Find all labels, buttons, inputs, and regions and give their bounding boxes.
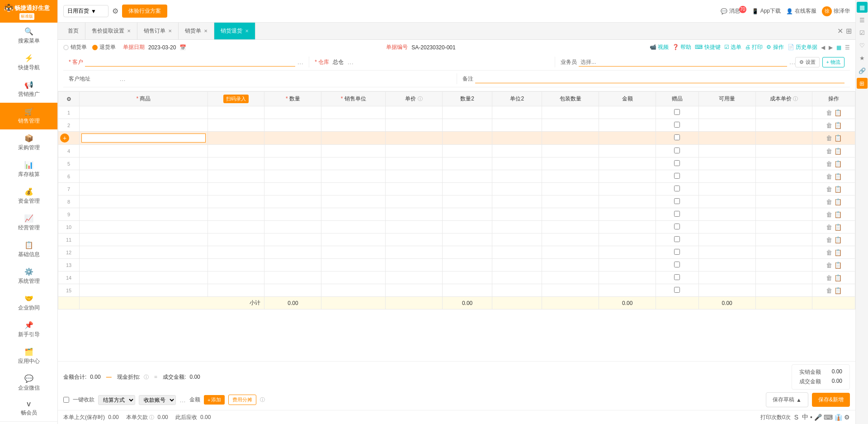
tab-sales-order-close[interactable]: ✕ — [168, 29, 172, 33]
copy-row-13[interactable]: 📋 — [834, 262, 842, 269]
delete-row-4[interactable]: 🗑 — [826, 148, 832, 155]
tab-sales-delivery-close[interactable]: ✕ — [204, 29, 208, 33]
settlement-select[interactable]: 结算方式 — [98, 395, 135, 405]
copy-row-9[interactable]: 📋 — [834, 211, 842, 218]
sidebar-item-vip[interactable]: V 畅会员 — [0, 396, 57, 421]
sidebar-item-sales[interactable]: 🛒 销售管理 — [0, 103, 57, 129]
tab-sales-return[interactable]: 销货退货 ✕ — [214, 23, 255, 39]
right-panel-icon-1[interactable]: ▦ — [857, 2, 868, 13]
copy-row-2[interactable]: 📋 — [834, 122, 842, 129]
customer-more-icon[interactable]: … — [297, 58, 303, 66]
qty2-cell-2[interactable] — [442, 119, 492, 132]
save-new-button[interactable]: 保存&新增 — [812, 393, 850, 407]
sidebar-item-marketing[interactable]: 📢 营销推广 — [0, 76, 57, 103]
qty-cell-2[interactable] — [264, 119, 321, 132]
list-view-icon[interactable]: ☰ — [845, 44, 850, 51]
unit2-cell-1[interactable] — [492, 106, 542, 119]
delete-row-2[interactable]: 🗑 — [826, 122, 832, 129]
price-info-icon[interactable]: ⓘ — [418, 96, 423, 101]
amount-cell-add[interactable] — [599, 132, 656, 145]
status-icon-1[interactable]: 中 — [802, 413, 808, 421]
address-more-icon[interactable]: … — [119, 75, 126, 82]
category-select[interactable]: 日用百货 ▼ — [63, 5, 108, 17]
sidebar-item-operation[interactable]: 📈 经营管理 — [0, 210, 57, 236]
copy-row-add[interactable]: 📋 — [834, 134, 842, 142]
copy-row-1[interactable]: 📋 — [834, 109, 842, 116]
print-btn[interactable]: 🖨 打印 — [745, 43, 763, 51]
sidebar-item-guide[interactable]: 📌 新手引导 — [0, 316, 57, 343]
available-cell-add[interactable] — [698, 132, 755, 145]
remark-input[interactable] — [475, 75, 845, 83]
grid-view-icon[interactable]: ▦ — [836, 44, 841, 51]
sidebar-item-finance[interactable]: 💰 资金管理 — [0, 183, 57, 210]
right-panel-icon-5[interactable]: ★ — [857, 52, 868, 63]
right-panel-icon-7[interactable]: ⊞ — [857, 78, 868, 89]
qty2-cell-1[interactable] — [442, 106, 492, 119]
warehouse-more-icon[interactable]: … — [347, 58, 354, 66]
product-input-add[interactable] — [81, 133, 205, 143]
delete-row-13[interactable]: 🗑 — [826, 262, 832, 269]
sidebar-item-enterprise[interactable]: 🤝 企业协同 — [0, 290, 57, 316]
online-service-group[interactable]: 👤 在线客服 — [786, 7, 816, 15]
delete-row-12[interactable]: 🗑 — [826, 249, 832, 256]
unit2-cell-2[interactable] — [492, 119, 542, 132]
price-cell-2[interactable] — [386, 119, 443, 132]
copy-row-14[interactable]: 📋 — [834, 274, 842, 281]
gift-cell-2[interactable] — [656, 119, 698, 132]
tab-close-all-icon[interactable]: ✕ — [837, 27, 843, 35]
unit2-cell-add[interactable] — [492, 132, 542, 145]
sidebar-item-wechat[interactable]: 💬 企业微信 — [0, 370, 57, 396]
tab-price-settings-close[interactable]: ✕ — [127, 29, 131, 33]
status-icon-5[interactable]: 👔 — [835, 414, 842, 421]
copy-row-6[interactable]: 📋 — [834, 173, 842, 180]
calendar-icon[interactable]: 📅 — [179, 44, 186, 51]
pack-qty-cell-1[interactable] — [542, 106, 599, 119]
pack-qty-cell-2[interactable] — [542, 119, 599, 132]
copy-row-8[interactable]: 📋 — [834, 198, 842, 205]
salesperson-input[interactable] — [579, 58, 787, 67]
message-group[interactable]: 💬 消息 70 — [721, 7, 746, 15]
available-cell-2[interactable] — [698, 119, 755, 132]
unit-cell-1[interactable] — [321, 106, 386, 119]
sidebar-item-system[interactable]: ⚙️ 系统管理 — [0, 263, 57, 290]
unit-cell-2[interactable] — [321, 119, 386, 132]
right-panel-icon-2[interactable]: ☰ — [857, 14, 868, 25]
single-overdue-icon[interactable]: ⓘ — [149, 414, 154, 420]
user-group[interactable]: 徐 徐泽华 — [822, 6, 850, 16]
history-btn[interactable]: 📄 历史单据 — [788, 43, 817, 51]
status-icon-2[interactable]: • — [810, 414, 812, 421]
available-cell-1[interactable] — [698, 106, 755, 119]
delete-row-5[interactable]: 🗑 — [826, 160, 832, 167]
price-cell-1[interactable] — [386, 106, 443, 119]
radio-sales-delivery[interactable]: 销货单 — [63, 43, 87, 51]
product-cell-add[interactable] — [80, 132, 208, 145]
tab-layout-icon[interactable]: ⊞ — [846, 27, 852, 35]
copy-row-10[interactable]: 📋 — [834, 224, 842, 231]
right-panel-icon-4[interactable]: ♡ — [857, 40, 868, 51]
pack-qty-cell-add[interactable] — [542, 132, 599, 145]
gift-cell-1[interactable] — [656, 106, 698, 119]
copy-row-7[interactable]: 📋 — [834, 186, 842, 193]
tab-sales-order[interactable]: 销售订单 ✕ — [137, 23, 179, 39]
right-panel-icon-3[interactable]: ☑ — [857, 27, 868, 38]
delete-row-15[interactable]: 🗑 — [826, 287, 832, 294]
delete-row-8[interactable]: 🗑 — [826, 198, 832, 205]
delete-row-1[interactable]: 🗑 — [826, 109, 832, 116]
gift-cell-add[interactable] — [656, 132, 698, 145]
qty-cell-1[interactable] — [264, 106, 321, 119]
tab-price-settings[interactable]: 售价提取设置 ✕ — [85, 23, 137, 39]
account-more-icon[interactable]: … — [179, 396, 186, 404]
tab-sales-delivery[interactable]: 销货单 ✕ — [179, 23, 214, 39]
copy-row-11[interactable]: 📋 — [834, 236, 842, 243]
discount-info-icon[interactable]: ⓘ — [144, 374, 149, 381]
operate-btn[interactable]: ⚙ 操作 — [766, 43, 783, 51]
select-btn[interactable]: ☑ 选单 — [724, 43, 741, 51]
price-cell-add[interactable] — [386, 132, 443, 145]
delete-row-add[interactable]: 🗑 — [826, 134, 832, 142]
app-download-group[interactable]: 📱 App下载 — [752, 7, 781, 15]
product-cell-2[interactable] — [80, 119, 208, 132]
sidebar-item-shortcut[interactable]: ⚡ 快捷导航 — [0, 49, 57, 76]
logistics-button[interactable]: + 物流 — [822, 57, 845, 67]
delete-row-11[interactable]: 🗑 — [826, 236, 832, 243]
copy-row-4[interactable]: 📋 — [834, 148, 842, 155]
